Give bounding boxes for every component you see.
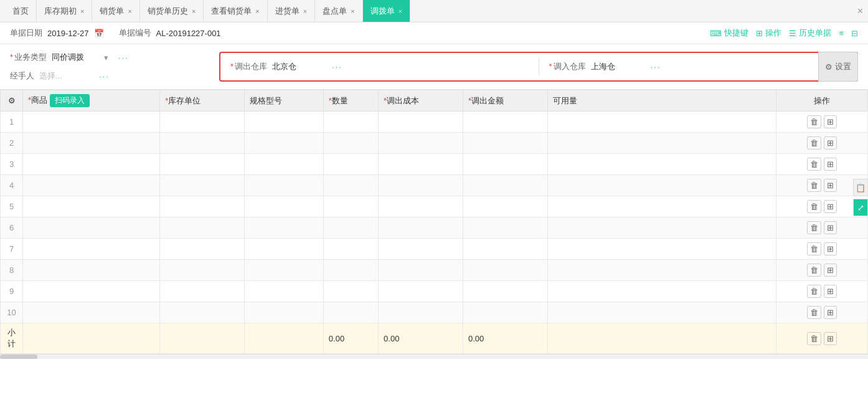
cell-spec[interactable]: [245, 260, 324, 281]
cell-unit[interactable]: [160, 154, 245, 175]
cell-unit[interactable]: [160, 133, 245, 154]
cell-unit[interactable]: [160, 175, 245, 196]
cell-product[interactable]: [23, 323, 160, 354]
cell-unit[interactable]: [160, 112, 245, 133]
cell-spec[interactable]: [245, 196, 324, 217]
close-all-button[interactable]: ×: [857, 6, 863, 17]
cell-quantity[interactable]: [323, 302, 378, 323]
delete-row-button[interactable]: 🗑: [807, 221, 821, 234]
cell-unit[interactable]: [160, 281, 245, 302]
cell-spec[interactable]: [245, 302, 324, 323]
layout-list-button[interactable]: ≡: [839, 29, 844, 38]
close-icon[interactable]: ×: [128, 7, 131, 15]
copy-row-button[interactable]: ⊞: [824, 306, 837, 319]
chevron-down-icon[interactable]: ▾: [104, 53, 108, 62]
cell-available[interactable]: [547, 217, 776, 239]
cell-quantity[interactable]: [323, 281, 378, 302]
cell-product[interactable]: [23, 260, 160, 281]
business-type-more[interactable]: ···: [118, 53, 129, 62]
tab-purchase[interactable]: 进货单 ×: [268, 0, 315, 22]
copy-row-button[interactable]: ⊞: [824, 264, 837, 277]
cell-product[interactable]: [23, 196, 160, 217]
cell-unit[interactable]: [160, 302, 245, 323]
cell-amount[interactable]: 0.00: [463, 323, 548, 354]
cell-available[interactable]: [547, 133, 776, 154]
cell-spec[interactable]: [245, 323, 324, 354]
cell-spec[interactable]: [245, 175, 324, 196]
copy-row-button[interactable]: ⊞: [824, 200, 837, 213]
copy-row-button[interactable]: ⊞: [824, 285, 837, 298]
delete-row-button[interactable]: 🗑: [807, 200, 821, 213]
delete-row-button[interactable]: 🗑: [807, 242, 821, 255]
cell-available[interactable]: [547, 175, 776, 196]
tab-sales-history[interactable]: 销货单历史 ×: [140, 0, 204, 22]
cell-amount[interactable]: [463, 175, 548, 196]
tab-transfer[interactable]: 调拨单 ×: [363, 0, 410, 22]
cell-quantity[interactable]: [323, 217, 378, 239]
layout-grid-button[interactable]: ⊟: [851, 29, 858, 38]
copy-row-button[interactable]: ⊞: [824, 221, 837, 234]
cell-available[interactable]: [547, 196, 776, 217]
cell-spec[interactable]: [245, 217, 324, 239]
date-value[interactable]: 2019-12-27: [47, 29, 89, 38]
cell-product[interactable]: [23, 133, 160, 154]
cell-unit[interactable]: [160, 196, 245, 217]
close-icon[interactable]: ×: [303, 7, 307, 15]
cell-unit[interactable]: [160, 239, 245, 260]
copy-row-button[interactable]: ⊞: [824, 136, 837, 150]
scan-input-button[interactable]: 扫码录入: [50, 94, 90, 107]
cell-quantity[interactable]: [323, 133, 378, 154]
close-icon[interactable]: ×: [80, 7, 84, 15]
scroll-thumb[interactable]: [0, 355, 37, 359]
transfer-out-more[interactable]: ···: [332, 62, 342, 72]
gear-icon[interactable]: ⚙: [8, 96, 16, 105]
cell-spec[interactable]: [245, 112, 324, 133]
cell-quantity[interactable]: [323, 112, 378, 133]
cell-product[interactable]: [23, 239, 160, 260]
cell-quantity[interactable]: [323, 154, 378, 175]
cell-available[interactable]: [547, 112, 776, 133]
cell-spec[interactable]: [245, 239, 324, 260]
calendar-icon[interactable]: 📅: [94, 29, 104, 38]
settings-button[interactable]: ⚙ 设置: [818, 52, 858, 82]
close-icon[interactable]: ×: [351, 7, 354, 15]
copy-row-button[interactable]: ⊞: [824, 158, 837, 171]
delete-row-button[interactable]: 🗑: [807, 306, 821, 319]
cell-available[interactable]: [547, 302, 776, 323]
cell-product[interactable]: [23, 217, 160, 239]
cell-cost[interactable]: [379, 281, 463, 302]
cell-amount[interactable]: [463, 133, 548, 154]
cell-unit[interactable]: [160, 323, 245, 354]
cell-product[interactable]: [23, 112, 160, 133]
cell-cost[interactable]: [379, 133, 463, 154]
tab-sales[interactable]: 销货单 ×: [92, 0, 139, 22]
cell-quantity[interactable]: 0.00: [323, 323, 378, 354]
float-notes-button[interactable]: 📋: [853, 179, 868, 196]
close-icon[interactable]: ×: [255, 7, 259, 15]
cell-amount[interactable]: [463, 154, 548, 175]
cell-amount[interactable]: [463, 196, 548, 217]
cell-quantity[interactable]: [323, 260, 378, 281]
delete-row-button[interactable]: 🗑: [807, 179, 821, 192]
copy-row-button[interactable]: ⊞: [824, 332, 837, 345]
cell-amount[interactable]: [463, 260, 548, 281]
cell-cost[interactable]: [379, 112, 463, 133]
delete-row-button[interactable]: 🗑: [807, 158, 821, 171]
cell-product[interactable]: [23, 302, 160, 323]
cell-product[interactable]: [23, 281, 160, 302]
cell-cost[interactable]: [379, 196, 463, 217]
delete-row-button[interactable]: 🗑: [807, 264, 821, 277]
business-type-select[interactable]: 同价调拨 ▾: [52, 52, 108, 63]
shortcuts-button[interactable]: ⌨ 快捷键: [710, 27, 748, 39]
cell-unit[interactable]: [160, 260, 245, 281]
delete-row-button[interactable]: 🗑: [807, 136, 821, 150]
cell-amount[interactable]: [463, 281, 548, 302]
cell-available[interactable]: [547, 281, 776, 302]
cell-cost[interactable]: [379, 175, 463, 196]
cell-quantity[interactable]: [323, 196, 378, 217]
copy-row-button[interactable]: ⊞: [824, 179, 837, 192]
float-expand-button[interactable]: ⤢: [853, 199, 868, 216]
tab-home[interactable]: 首页: [5, 0, 37, 22]
delete-row-button[interactable]: 🗑: [807, 332, 821, 345]
cell-available[interactable]: [547, 239, 776, 260]
